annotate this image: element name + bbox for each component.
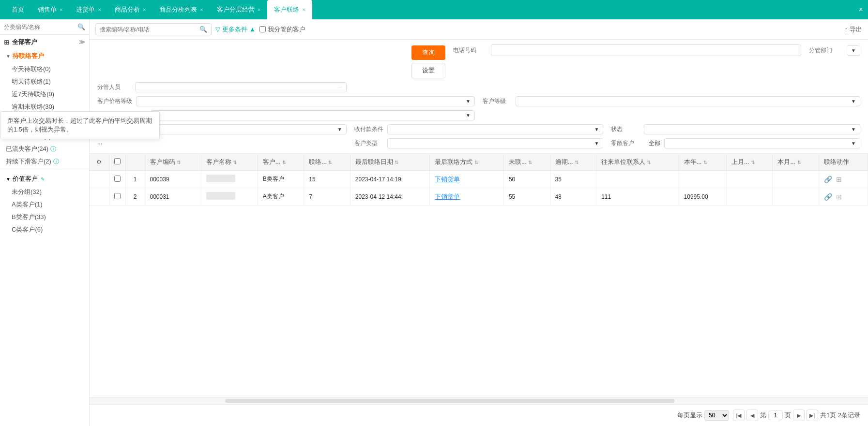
- nav-purchase[interactable]: 进货单 ×: [69, 0, 107, 19]
- payment-chevron: ▼: [594, 127, 599, 132]
- table-checkbox-col[interactable]: [109, 154, 125, 171]
- value-customer-group[interactable]: ▼ 价值客户 ✎: [0, 172, 89, 186]
- sidebar-declining[interactable]: 持续下滑客户(2) ⓘ: [0, 155, 89, 168]
- table-num-col: [125, 154, 145, 171]
- dept-select[interactable]: ▼: [847, 45, 860, 56]
- my-customer-filter[interactable]: 我分管的客户: [259, 25, 305, 34]
- retail-attr-select[interactable]: ▼: [152, 110, 475, 120]
- col-category[interactable]: 客户... ⇅: [258, 154, 304, 171]
- close-product-analysis-list-tab[interactable]: ×: [200, 7, 203, 13]
- row2-contact: 7: [304, 188, 350, 206]
- close-sales-tab[interactable]: ×: [60, 7, 62, 13]
- phone-input[interactable]: [491, 44, 801, 56]
- page-number-input[interactable]: [768, 411, 783, 420]
- row2-last-contact-method[interactable]: 下销货单: [430, 188, 503, 206]
- settings-button[interactable]: 设置: [411, 63, 445, 78]
- row1-code[interactable]: 000039: [145, 171, 201, 188]
- sidebar-search-box[interactable]: 🔍: [0, 19, 89, 35]
- sidebar-unclassified[interactable]: 未分组(32): [0, 186, 89, 198]
- nav-sales[interactable]: 销售单 ×: [31, 0, 69, 19]
- row2-checkbox[interactable]: [109, 188, 125, 206]
- pending-contact-group-title[interactable]: ▼ 待联络客户: [0, 49, 89, 63]
- prev-page-btn[interactable]: ◀: [746, 410, 758, 421]
- row2-name[interactable]: [201, 188, 258, 206]
- sidebar-search-icon[interactable]: 🔍: [77, 23, 85, 30]
- nav-product-analysis-list[interactable]: 商品分析列表 ×: [152, 0, 210, 19]
- filter-search-icon[interactable]: 🔍: [199, 26, 207, 33]
- last-page-btn[interactable]: ▶|: [807, 410, 818, 421]
- sidebar-collapse-icon[interactable]: ≫: [79, 39, 85, 45]
- horizontal-scrollbar-area[interactable]: [90, 397, 868, 404]
- sidebar-today-pending[interactable]: 今天待联络(0): [0, 63, 89, 75]
- edit-icon[interactable]: ✎: [41, 176, 45, 182]
- row1-checkbox[interactable]: [109, 171, 125, 188]
- customer-type-label: 客户类型: [354, 139, 383, 147]
- sidebar-search-input[interactable]: [4, 24, 77, 30]
- sidebar-week-pending[interactable]: 近7天待联络(0): [0, 88, 89, 101]
- col-last-contact-date[interactable]: 最后联络日期 ⇅: [350, 154, 430, 171]
- customer-level-select[interactable]: ▼: [516, 96, 860, 106]
- col-this-year[interactable]: 本年... ⇅: [679, 154, 726, 171]
- customer-type-chevron: ▼: [594, 141, 599, 146]
- sidebar-tomorrow-pending[interactable]: 明天待联络(1): [0, 75, 89, 88]
- payment-select[interactable]: ▼: [387, 124, 604, 134]
- customer-type-select[interactable]: ▼: [387, 138, 604, 148]
- sidebar-all-customers[interactable]: ⊞ 全部客户 ≫: [0, 35, 89, 49]
- col-customer-code[interactable]: 客户编码 ⇅: [145, 154, 201, 171]
- per-page-select[interactable]: 50 100 200: [704, 410, 729, 421]
- col-last-month[interactable]: 上月... ⇅: [726, 154, 773, 171]
- my-customer-checkbox[interactable]: [259, 26, 266, 32]
- row1-name[interactable]: [201, 171, 258, 188]
- col-overdue[interactable]: 逾期... ⇅: [550, 154, 596, 171]
- row1-grid-icon[interactable]: ⊞: [836, 176, 842, 183]
- table-row: 1 000039 B类客户 15 2023-04-17 14:19: 下销货单 …: [90, 171, 868, 188]
- price-level-select[interactable]: ▼: [136, 96, 475, 106]
- row1-link-icon[interactable]: 🔗: [824, 176, 832, 183]
- filter-search-input[interactable]: [100, 26, 199, 33]
- sidebar-class-c[interactable]: C类客户(6): [0, 223, 89, 236]
- row2-grid-icon[interactable]: ⊞: [836, 193, 842, 201]
- status-select[interactable]: ▼: [644, 124, 860, 134]
- query-button[interactable]: 查询: [411, 45, 445, 60]
- gender-select[interactable]: ▼: [135, 124, 347, 134]
- col-unreached[interactable]: 未联... ⇅: [503, 154, 550, 171]
- export-button[interactable]: ↑ 导出: [845, 25, 863, 34]
- dept-chevron: ▼: [851, 48, 856, 53]
- nav-product-analysis[interactable]: 商品分析 ×: [108, 0, 152, 19]
- manager-select[interactable]: ···: [135, 82, 347, 92]
- col-this-month[interactable]: 本月... ⇅: [773, 154, 819, 171]
- col-contact[interactable]: 联络... ⇅: [304, 154, 350, 171]
- row1-actions: 🔗 ⊞: [819, 171, 868, 188]
- close-product-analysis-tab[interactable]: ×: [143, 7, 146, 13]
- close-purchase-tab[interactable]: ×: [98, 7, 101, 13]
- col-customer-name[interactable]: 客户名称 ⇅: [201, 154, 258, 171]
- next-page-btn[interactable]: ▶: [793, 410, 805, 421]
- col-unit-contact[interactable]: 往来单位联系人 ⇅: [596, 154, 679, 171]
- first-page-btn[interactable]: |◀: [733, 410, 745, 421]
- sidebar-class-a[interactable]: A类客户(1): [0, 198, 89, 211]
- retail-customer-select[interactable]: ▼: [664, 138, 860, 148]
- horizontal-scrollbar-track[interactable]: [225, 399, 674, 403]
- sidebar-class-b[interactable]: B类客户(33): [0, 211, 89, 223]
- col-last-contact-method[interactable]: 最后联络方式 ⇅: [430, 154, 503, 171]
- table-settings-col[interactable]: ⚙: [90, 154, 109, 171]
- nav-customer-contact[interactable]: 客户联络 ×: [267, 0, 312, 19]
- row1-this-month: [773, 171, 819, 188]
- row2-code[interactable]: 000031: [145, 188, 201, 206]
- row1-this-year: [679, 171, 726, 188]
- content-area: 距客户上次交易时长，超过了此客户的平均交易周期的1.5倍，则视为异常。 🔍 ▽ …: [90, 19, 868, 426]
- export-icon: ↑: [845, 26, 848, 33]
- close-customer-contact-tab[interactable]: ×: [302, 7, 305, 13]
- select-all-checkbox[interactable]: [114, 158, 121, 164]
- row1-last-contact-method[interactable]: 下销货单: [430, 171, 503, 188]
- nav-home[interactable]: 首页: [5, 0, 31, 19]
- close-customer-tier-tab[interactable]: ×: [258, 7, 260, 13]
- more-conditions-btn[interactable]: ▽ 更多条件 ▲: [215, 25, 256, 34]
- filter-search-box[interactable]: 🔍: [95, 23, 212, 35]
- row2-category: A类客户: [258, 188, 304, 206]
- sidebar-already-lost[interactable]: 已流失客户(24) ⓘ: [0, 143, 89, 155]
- row2-link-icon[interactable]: 🔗: [824, 193, 832, 201]
- row1-last-month: [726, 171, 773, 188]
- nav-customer-tier[interactable]: 客户分层经营 ×: [210, 0, 267, 19]
- close-all-tabs[interactable]: ×: [859, 5, 863, 14]
